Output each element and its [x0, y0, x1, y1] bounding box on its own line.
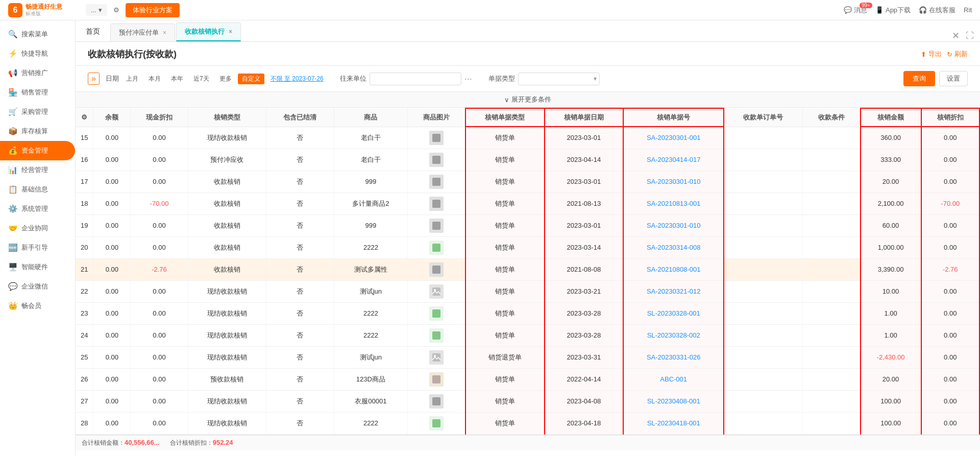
svg-rect-0 — [432, 134, 440, 142]
main-panel: 首页 预付冲应付单 × 收款核销执行 × ✕ ⛶ 收款核销执行(按收款) ⬆ 导… — [76, 20, 980, 456]
bill-no-link[interactable]: SA-20230301-001 — [647, 134, 701, 141]
date-options: 上月 本月 本年 近7天 更多 自定义 — [122, 74, 264, 84]
expand-conditions-btn[interactable]: ∨ 展开更多条件 — [504, 95, 551, 104]
cart-icon: 🛒 — [8, 107, 17, 116]
bill-no-link[interactable]: SA-20230414-017 — [647, 156, 701, 163]
logo-text: 畅捷通好生意 标准版 — [26, 3, 62, 16]
top-bar: 6 畅捷通好生意 标准版 ... ▾ ⚙ 体验行业方案 💬 消息 99+ 📱 A… — [0, 0, 980, 20]
page-header: 收款核销执行(按收款) ⬆ 导出 ↻ 刷新 — [76, 42, 980, 66]
partner-input[interactable] — [370, 73, 461, 85]
bill-no-link[interactable]: SL-20230418-001 — [647, 419, 700, 427]
more-options-dots[interactable]: ··· — [464, 74, 472, 84]
headset-icon: 🎧 — [919, 6, 927, 14]
th-bill-no: 核销单据号 — [623, 108, 724, 127]
product-thumbnail — [429, 153, 444, 167]
product-thumbnail — [429, 350, 444, 365]
date-section: 日期 上月 本月 本年 近7天 更多 自定义 — [106, 74, 264, 84]
sidebar-item-wechat[interactable]: 💬 企业微信 — [0, 277, 75, 296]
sidebar-item-inventory[interactable]: 📦 库存核算 — [0, 122, 75, 141]
bill-no-link[interactable]: SA-20210813-001 — [647, 200, 701, 207]
bill-no-link[interactable]: SL-20230408-001 — [647, 397, 700, 405]
sidebar-item-marketing[interactable]: 📢 营销推广 — [0, 63, 75, 83]
bill-no-link[interactable]: SA-20230331-026 — [647, 353, 701, 361]
page-title: 收款核销执行(按收款) — [88, 48, 177, 60]
date-btn-this-month[interactable]: 本月 — [144, 74, 165, 84]
svg-rect-14 — [432, 397, 440, 405]
date-btn-last-month[interactable]: 上月 — [122, 74, 142, 84]
product-thumbnail — [429, 284, 444, 299]
sidebar-item-member[interactable]: 👑 畅会员 — [0, 296, 75, 316]
date-range-display: 不限 至 2023-07-26 — [271, 75, 324, 83]
tab-writeoff[interactable]: 收款核销执行 × — [176, 22, 241, 41]
settings-icon[interactable]: ⚙ — [111, 5, 121, 15]
bill-no-link[interactable]: SA-20210808-001 — [647, 266, 701, 273]
export-button[interactable]: ⬆ 导出 — [921, 50, 942, 59]
query-button[interactable]: 查询 — [903, 71, 935, 86]
sidebar-item-hardware[interactable]: 🖥️ 智能硬件 — [0, 257, 75, 277]
sidebar-item-business[interactable]: 📊 经营管理 — [0, 160, 75, 180]
sidebar-item-search[interactable]: 🔍 搜索菜单 — [0, 25, 75, 44]
svg-rect-6 — [432, 266, 440, 274]
product-thumbnail — [429, 241, 444, 255]
svg-rect-10 — [432, 331, 440, 340]
product-thumbnail — [429, 131, 444, 145]
bill-no-link[interactable]: SA-20230301-010 — [647, 178, 701, 185]
sidebar-item-purchase[interactable]: 🛒 采购管理 — [0, 102, 75, 122]
sidebar-item-system[interactable]: ⚙️ 系统管理 — [0, 199, 75, 219]
app-download[interactable]: 📱 App下载 — [875, 6, 911, 15]
monitor-icon: 🖥️ — [8, 262, 17, 272]
bill-no-link[interactable]: SA-20230321-012 — [647, 287, 701, 295]
product-thumbnail — [429, 262, 444, 277]
sidebar-item-collab[interactable]: 🤝 企业协同 — [0, 219, 75, 238]
svg-rect-15 — [432, 419, 440, 427]
tab-prepay[interactable]: 预付冲应付单 × — [110, 23, 175, 41]
date-btn-more[interactable]: 更多 — [215, 74, 236, 84]
maximize-icon[interactable]: ⛶ — [966, 31, 974, 40]
chart-icon: 📊 — [8, 165, 17, 175]
date-range-text[interactable]: 不限 至 2023-07-26 — [271, 75, 324, 83]
tab1-close-icon[interactable]: × — [163, 29, 166, 36]
table-row: 240.000.00现结收款核销否2222销货单2023-03-28SL-202… — [76, 324, 979, 346]
wechat-icon: 💬 — [8, 282, 17, 291]
sidebar-item-sales[interactable]: 🏪 销售管理 — [0, 83, 75, 102]
sidebar-item-quick-nav[interactable]: ⚡ 快捷导航 — [0, 44, 75, 63]
th-bill-date: 核销单据日期 — [545, 108, 624, 127]
bill-no-link[interactable]: ABC-001 — [660, 375, 687, 383]
expand-conditions-row: ∨ 展开更多条件 — [76, 92, 980, 108]
bill-no-link[interactable]: SA-20230301-010 — [647, 222, 701, 229]
bill-no-link[interactable]: SL-20230328-002 — [647, 331, 700, 339]
money-icon: 💰 — [8, 146, 17, 155]
svg-rect-4 — [432, 222, 440, 230]
notification-bell[interactable]: 💬 消息 99+ — [844, 6, 867, 15]
partner-section: 往来单位 ··· — [340, 73, 472, 85]
th-payment-terms: 收款条件 — [802, 108, 861, 127]
company-selector[interactable]: ... ▾ — [86, 4, 107, 16]
bill-no-link[interactable]: SA-20230314-008 — [647, 244, 701, 251]
sidebar-item-guide[interactable]: 🆕 新手引导 — [0, 238, 75, 257]
date-filter-expand[interactable]: » — [88, 73, 100, 85]
bill-no-link[interactable]: SL-20230328-001 — [647, 309, 700, 317]
date-btn-7days[interactable]: 近7天 — [189, 74, 213, 84]
tab2-close-icon[interactable]: × — [229, 28, 232, 35]
sidebar-item-basic[interactable]: 📋 基础信息 — [0, 180, 75, 199]
th-product: 商品 — [334, 108, 407, 127]
trial-button[interactable]: 体验行业方案 — [126, 3, 180, 17]
date-btn-this-year[interactable]: 本年 — [167, 74, 187, 84]
refresh-button[interactable]: ↻ 刷新 — [947, 50, 968, 59]
sidebar-item-finance[interactable]: 💰 资金管理 — [0, 141, 75, 160]
online-support[interactable]: 🎧 在线客服 — [919, 6, 955, 15]
bill-type-select[interactable] — [518, 73, 600, 85]
th-included-cleared: 包含已结清 — [266, 108, 334, 127]
setting-button[interactable]: 设置 — [939, 71, 968, 86]
logo: 6 畅捷通好生意 标准版 — [8, 3, 80, 17]
th-bill-type: 核销单据类型 — [465, 108, 545, 127]
close-window-icon[interactable]: ✕ — [952, 30, 960, 41]
lightning-icon: ⚡ — [8, 49, 17, 58]
user-name[interactable]: Rit — [964, 6, 972, 14]
th-config[interactable]: ⚙ — [76, 108, 93, 127]
date-custom-btn[interactable]: 自定义 — [238, 74, 264, 84]
tab-home[interactable]: 首页 — [76, 23, 110, 41]
svg-rect-13 — [432, 375, 440, 383]
table-row: 260.000.00预收款核销否123D商品销货单2022-04-14ABC-0… — [76, 368, 979, 390]
clipboard-icon: 📋 — [8, 185, 17, 194]
